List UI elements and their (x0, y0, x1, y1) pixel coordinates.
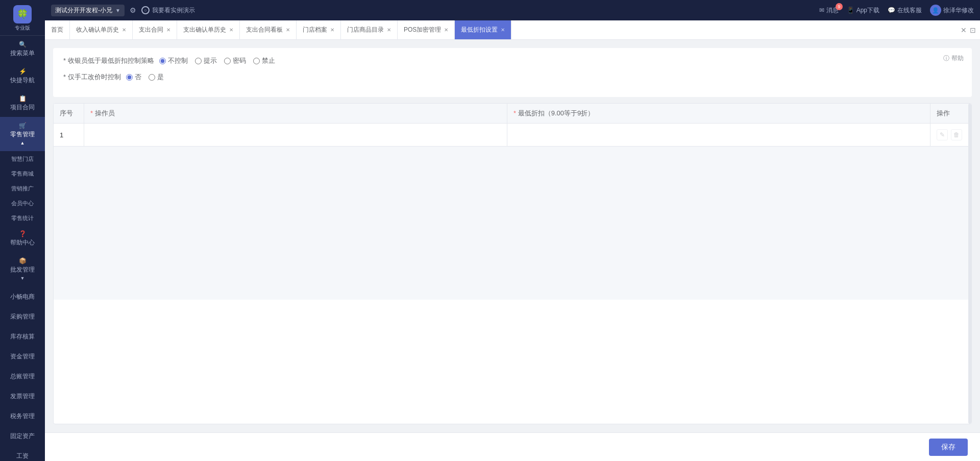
tabbar-actions: ✕ ⊡ (957, 26, 980, 34)
sidebar-logo: 🍀 专业版 (0, 0, 45, 36)
radio-no-input[interactable] (126, 74, 133, 81)
tab-payment-contract[interactable]: 支出合同 ✕ (133, 20, 177, 40)
sidebar-item-search-menu[interactable]: 🔍 搜索菜单 (0, 36, 45, 63)
sidebar-item-help-center[interactable]: ❓ 帮助中心 (0, 225, 45, 252)
sidebar-item-member-center[interactable]: 会员中心 (0, 196, 45, 210)
edit-button[interactable]: ✎ (937, 129, 948, 140)
delete-button[interactable]: 🗑 (951, 129, 962, 140)
sidebar-item-retail-mall[interactable]: 零售商城 (0, 166, 45, 181)
app-logo-icon: 🍀 (13, 5, 32, 23)
sidebar-item-capital-mgmt[interactable]: 资金管理 (0, 346, 45, 366)
radio-no[interactable]: 否 (126, 72, 141, 82)
close-tab-icon[interactable]: ✕ (961, 26, 967, 34)
th-actions: 操作 (930, 104, 971, 123)
discount-table: 序号 * 操作员 * 最低折扣（9.00等于9折） 操作 1 (53, 103, 972, 424)
radio-forbid-input[interactable] (253, 58, 260, 64)
close-icon[interactable]: ✕ (166, 27, 170, 33)
sidebar-item-inventory[interactable]: 库存核算 (0, 326, 45, 346)
main-area: 测试分开开发程-小兄 ▼ ⚙ ○ 我要看实例演示 ✉ 消息 9 📱 App下载 … (45, 0, 980, 461)
tabbar: 首页 收入确认单历史 ✕ 支出合同 ✕ 支出确认单历史 ✕ 支出合同看板 ✕ 门… (45, 20, 980, 40)
radio-yes[interactable]: 是 (149, 72, 164, 82)
radio-password-input[interactable] (224, 58, 231, 64)
radio-password[interactable]: 密码 (224, 56, 246, 65)
radio-remind-label: 提示 (204, 56, 217, 65)
sidebar-item-quick-nav[interactable]: ⚡ 快捷导航 (0, 63, 45, 90)
sidebar-item-retail-stats[interactable]: 零售统计 (0, 210, 45, 225)
online-support-label: 在线客服 (897, 6, 922, 15)
tab-payment-contract-board[interactable]: 支出合同看板 ✕ (240, 20, 297, 40)
message-icon: ✉ (819, 7, 824, 14)
help-icon: ❓ (2, 230, 43, 237)
tab-label: 收入确认单历史 (76, 26, 119, 34)
tab-label: 门店商品目录 (347, 26, 384, 34)
close-icon[interactable]: ✕ (122, 27, 126, 33)
radio-remind-input[interactable] (195, 58, 202, 64)
expand-icon[interactable]: ⊡ (970, 26, 976, 34)
sidebar-item-invoice-mgmt[interactable]: 发票管理 (0, 386, 45, 406)
sidebar-item-tax-mgmt[interactable]: 税务管理 (0, 406, 45, 426)
chevron-down-icon: ▲ (20, 140, 25, 145)
cashier-policy-label: * 收银员低于最低折扣控制策略 (63, 56, 154, 65)
tab-label: 支出确认单历史 (183, 26, 226, 34)
help-button[interactable]: ⓘ 帮助 (943, 54, 964, 63)
demo-button[interactable]: ○ 我要看实例演示 (141, 6, 195, 15)
messages-button[interactable]: ✉ 消息 9 (819, 6, 839, 15)
sidebar-item-ledger-mgmt[interactable]: 总账管理 (0, 366, 45, 386)
sidebar-item-salary[interactable]: 工资 (0, 446, 45, 461)
td-min-discount[interactable] (507, 124, 930, 146)
current-tab-label: 测试分开开发程-小兄 (55, 6, 112, 15)
close-icon[interactable]: ✕ (501, 27, 505, 33)
footer: 保存 (45, 432, 980, 461)
tab-label: 门店档案 (303, 26, 327, 34)
online-support-button[interactable]: 💬 在线客服 (888, 6, 922, 15)
tab-home[interactable]: 首页 (45, 20, 70, 40)
close-icon[interactable]: ✕ (330, 27, 334, 33)
sidebar-item-fixed-assets[interactable]: 固定资产 (0, 426, 45, 446)
tab-pos-password-mgmt[interactable]: POS加密管理 ✕ (398, 20, 455, 40)
sidebar-item-project-contract[interactable]: 📋 项目合同 (0, 90, 45, 117)
save-button[interactable]: 保存 (929, 439, 968, 456)
search-icon: 🔍 (2, 41, 43, 48)
app-download-button[interactable]: 📱 App下载 (847, 6, 879, 15)
sidebar-item-marketing[interactable]: 营销推广 (0, 181, 45, 196)
radio-no-control[interactable]: 不控制 (159, 56, 188, 65)
close-icon[interactable]: ✕ (444, 27, 448, 33)
app-version-label: 专业版 (15, 25, 30, 31)
tab-min-discount-settings[interactable]: 最低折扣设置 ✕ (455, 20, 511, 40)
th-seq: 序号 (54, 104, 84, 123)
topbar-gear-icon[interactable]: ⚙ (130, 6, 136, 14)
radio-no-control-label: 不控制 (168, 56, 188, 65)
radio-no-control-input[interactable] (159, 58, 166, 64)
radio-yes-input[interactable] (149, 74, 155, 81)
radio-forbid[interactable]: 禁止 (253, 56, 275, 65)
radio-forbid-label: 禁止 (262, 56, 275, 65)
tab-label: 支出合同 (139, 26, 163, 34)
user-profile-button[interactable]: 👤 徐泽华修改 (930, 5, 974, 16)
sidebar-item-ecommerce[interactable]: 小畅电商 (0, 286, 45, 306)
sidebar-item-smart-store[interactable]: 智慧门店 (0, 151, 45, 166)
chevron-down-icon: ▼ (20, 276, 25, 281)
home-tab-label: 首页 (51, 26, 63, 34)
tab-income-confirm-history[interactable]: 收入确认单历史 ✕ (70, 20, 133, 40)
close-icon[interactable]: ✕ (286, 27, 290, 33)
sidebar-item-wholesale-mgmt[interactable]: 📦 批发管理 ▼ (0, 252, 45, 286)
td-operator[interactable] (84, 124, 507, 146)
manual-price-row: * 仅手工改价时控制 否 是 (63, 72, 962, 82)
sidebar: 🍀 专业版 🔍 搜索菜单 ⚡ 快捷导航 📋 项目合同 🛒 零售管理 ▲ 智慧门店… (0, 0, 45, 461)
close-icon[interactable]: ✕ (229, 27, 233, 33)
form-card: ⓘ 帮助 * 收银员低于最低折扣控制策略 不控制 提示 密码 (53, 48, 972, 97)
wholesale-icon: 📦 (2, 257, 43, 264)
sidebar-item-purchase-mgmt[interactable]: 采购管理 (0, 306, 45, 326)
radio-remind[interactable]: 提示 (195, 56, 217, 65)
th-min-discount-label: 最低折扣（9.00等于9折） (518, 109, 595, 117)
retail-icon: 🛒 (2, 122, 43, 129)
radio-yes-label: 是 (157, 72, 164, 82)
tab-store-goods-catalog[interactable]: 门店商品目录 ✕ (341, 20, 398, 40)
tab-store-archive[interactable]: 门店档案 ✕ (297, 20, 341, 40)
topbar: 测试分开开发程-小兄 ▼ ⚙ ○ 我要看实例演示 ✉ 消息 9 📱 App下载 … (45, 0, 980, 20)
current-tab-info[interactable]: 测试分开开发程-小兄 ▼ (51, 5, 125, 16)
close-icon[interactable]: ✕ (387, 27, 391, 33)
tab-payment-confirm-history[interactable]: 支出确认单历史 ✕ (177, 20, 240, 40)
sidebar-item-retail-mgmt[interactable]: 🛒 零售管理 ▲ (0, 117, 45, 151)
app-download-label: App下载 (856, 6, 879, 15)
